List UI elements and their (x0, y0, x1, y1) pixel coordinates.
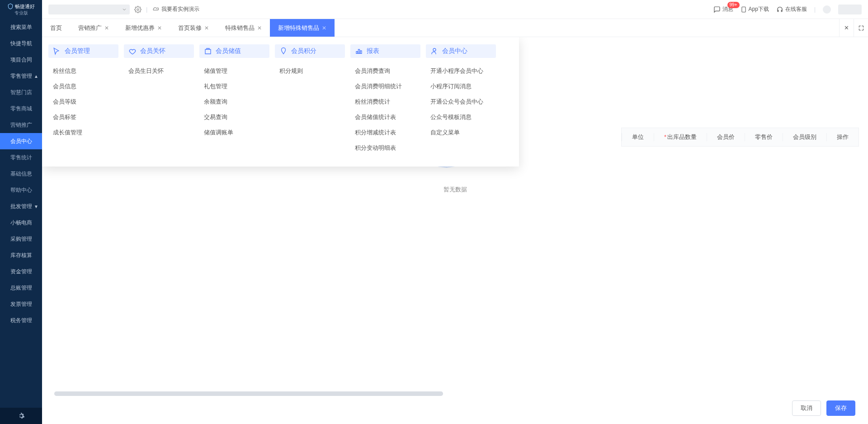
tabs-row: 首页营销推广✕新增优惠券✕首页装修✕特殊销售品✕新增特殊销售品✕ ✕ (42, 19, 868, 37)
tab-fullscreen[interactable] (854, 19, 868, 37)
mega-link-2-2[interactable]: 余额查询 (199, 94, 269, 110)
mega-link-5-2[interactable]: 开通公众号会员中心 (426, 94, 496, 110)
mega-link-4-1[interactable]: 会员消费明细统计 (350, 79, 420, 94)
tab-label: 特殊销售品 (225, 24, 255, 32)
mega-link-2-4[interactable]: 储值调账单 (199, 125, 269, 140)
mega-heading: 会员管理 (48, 44, 118, 58)
mega-link-4-3[interactable]: 会员储值统计表 (350, 110, 420, 125)
required-mark: * (664, 133, 666, 140)
table-col-4: 会员级别 (783, 133, 826, 141)
mega-heading: 报表 (350, 44, 420, 58)
mega-link-4-4[interactable]: 积分增减统计表 (350, 125, 420, 140)
tab-3[interactable]: 首页装修✕ (170, 19, 217, 37)
mega-link-5-4[interactable]: 自定义菜单 (426, 125, 496, 140)
mega-link-0-1[interactable]: 会员信息 (48, 79, 118, 94)
sidebar-item-13[interactable]: 采购管理 (0, 231, 42, 247)
mega-heading-icon (53, 47, 61, 55)
sidebar-item-7[interactable]: 会员中心 (0, 133, 42, 149)
mega-link-4-5[interactable]: 积分变动明细表 (350, 140, 420, 156)
chevron-icon: ▼ (34, 204, 38, 209)
mega-link-2-3[interactable]: 交易查询 (199, 110, 269, 125)
sidebar-item-18[interactable]: 税务管理 (0, 312, 42, 329)
mega-link-4-0[interactable]: 会员消费查询 (350, 63, 420, 79)
sidebar-item-5[interactable]: 零售商城 (0, 100, 42, 117)
close-icon[interactable]: ✕ (157, 25, 162, 31)
mega-link-5-1[interactable]: 小程序订阅消息 (426, 79, 496, 94)
mega-heading-label: 会员关怀 (140, 47, 165, 55)
mega-column-3: 会员积分积分规则 (275, 44, 345, 156)
sidebar-item-9[interactable]: 基础信息 (0, 166, 42, 182)
save-button[interactable]: 保存 (826, 400, 855, 416)
mega-link-3-0[interactable]: 积分规则 (275, 63, 345, 79)
mega-heading: 会员关怀 (124, 44, 194, 58)
table-col-1: *出库品数量 (654, 133, 707, 141)
sidebar-settings[interactable] (0, 408, 42, 424)
avatar-small[interactable] (823, 5, 831, 14)
mega-link-0-0[interactable]: 粉丝信息 (48, 63, 118, 79)
sidebar-item-16[interactable]: 总账管理 (0, 280, 42, 296)
table-col-label: 零售价 (755, 133, 773, 140)
sidebar-item-12[interactable]: 小畅电商 (0, 214, 42, 231)
sidebar-item-1[interactable]: 快捷导航 (0, 35, 42, 52)
mega-link-2-0[interactable]: 储值管理 (199, 63, 269, 79)
message-button[interactable]: 消息 99+ (713, 5, 733, 13)
expand-icon (858, 25, 864, 31)
mega-link-2-1[interactable]: 礼包管理 (199, 79, 269, 94)
sidebar: 畅捷通好 专业版 搜索菜单快捷导航项目合同零售管理▲智慧门店零售商城营销推广会员… (0, 0, 42, 424)
tab-label: 首页装修 (178, 24, 202, 32)
sidebar-item-label: 采购管理 (10, 235, 32, 243)
sidebar-item-10[interactable]: 帮助中心 (0, 182, 42, 198)
cancel-button[interactable]: 取消 (792, 400, 821, 416)
close-icon[interactable]: ✕ (104, 25, 109, 31)
table-col-2: 会员价 (707, 133, 745, 141)
org-selector[interactable] (48, 5, 130, 14)
close-icon[interactable]: ✕ (204, 25, 209, 31)
mega-link-4-2[interactable]: 粉丝消费统计 (350, 94, 420, 110)
mega-link-1-0[interactable]: 会员生日关怀 (124, 63, 194, 79)
mega-link-0-3[interactable]: 会员标签 (48, 110, 118, 125)
sidebar-item-2[interactable]: 项目合同 (0, 52, 42, 68)
headset-icon (776, 6, 783, 13)
mega-column-0: 会员管理粉丝信息会员信息会员等级会员标签成长值管理 (48, 44, 118, 156)
brand-edition: 专业版 (14, 10, 28, 16)
tab-4[interactable]: 特殊销售品✕ (217, 19, 270, 37)
sidebar-item-label: 基础信息 (10, 170, 32, 178)
tab-1[interactable]: 营销推广✕ (70, 19, 117, 37)
brand-logo: 畅捷通好 专业版 (0, 0, 42, 19)
mega-link-5-3[interactable]: 公众号模板消息 (426, 110, 496, 125)
scrollbar-thumb[interactable] (54, 391, 443, 396)
sidebar-item-label: 帮助中心 (10, 186, 32, 194)
phone-icon (741, 6, 747, 13)
sidebar-item-6[interactable]: 营销推广 (0, 117, 42, 133)
mega-heading: 会员储值 (199, 44, 269, 58)
tab-2[interactable]: 新增优惠券✕ (117, 19, 170, 37)
sidebar-item-4[interactable]: 智慧门店 (0, 84, 42, 100)
sidebar-item-3[interactable]: 零售管理▲ (0, 68, 42, 84)
demo-link[interactable]: 我要看实例演示 (152, 5, 199, 13)
sidebar-item-17[interactable]: 发票管理 (0, 296, 42, 312)
tab-5[interactable]: 新增特殊销售品✕ (270, 19, 335, 37)
tab-close-current[interactable]: ✕ (839, 19, 854, 37)
sidebar-item-label: 发票管理 (10, 300, 32, 308)
sidebar-item-0[interactable]: 搜索菜单 (0, 19, 42, 35)
app-download-button[interactable]: App下载 (741, 5, 769, 13)
tab-0[interactable]: 首页 (42, 19, 70, 37)
sidebar-item-label: 项目合同 (10, 56, 32, 64)
close-icon[interactable]: ✕ (257, 25, 262, 31)
mega-link-5-0[interactable]: 开通小程序会员中心 (426, 63, 496, 79)
table-col-label: 会员级别 (793, 133, 816, 140)
sidebar-item-label: 营销推广 (10, 121, 32, 129)
mega-link-0-2[interactable]: 会员等级 (48, 94, 118, 110)
sidebar-item-label: 税务管理 (10, 317, 32, 324)
sidebar-item-8[interactable]: 零售统计 (0, 149, 42, 166)
mega-link-0-4[interactable]: 成长值管理 (48, 125, 118, 140)
sidebar-item-14[interactable]: 库存核算 (0, 247, 42, 263)
settings-gear-icon[interactable] (134, 6, 142, 13)
horizontal-scrollbar[interactable] (54, 391, 443, 396)
sidebar-item-11[interactable]: 批发管理▼ (0, 198, 42, 214)
user-block[interactable] (838, 5, 862, 14)
online-service-button[interactable]: 在线客服 (776, 5, 807, 13)
sidebar-item-15[interactable]: 资金管理 (0, 263, 42, 280)
close-icon[interactable]: ✕ (322, 25, 326, 31)
table-col-0: 单位 (622, 133, 654, 141)
